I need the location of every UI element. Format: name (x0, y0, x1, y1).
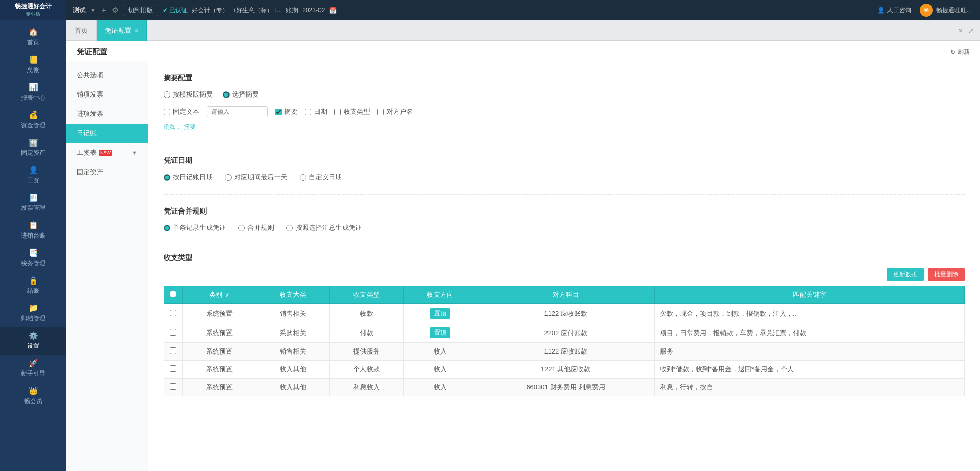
sidebar-item-ledger[interactable]: 📒 总账 (0, 51, 66, 79)
checkbox-type[interactable] (334, 109, 341, 115)
row3-checkbox-cell (164, 343, 183, 361)
th-type: 收支类型 (330, 286, 403, 304)
row2-reset-btn[interactable]: 置顶 (430, 327, 450, 338)
update-data-btn[interactable]: 更新数据 (887, 268, 924, 281)
row3-checkbox[interactable] (170, 347, 176, 354)
row5-type: 利息收入 (330, 379, 403, 396)
row1-reset-btn[interactable]: 置顶 (430, 308, 450, 319)
income-expense-table: 类别 ∨ 收支大类 收支类型 收支方向 对方科目 匹配关键字 (164, 286, 965, 396)
row4-big-type: 收入其他 (256, 361, 330, 379)
checkbox-summary[interactable] (275, 109, 282, 115)
dropdown-arrow-icon[interactable]: ▼ (90, 7, 96, 13)
radio-period-last-label[interactable]: 对应期间最后一天 (225, 173, 287, 182)
nav-item-payroll[interactable]: 工资表 NEW ▼ (66, 143, 148, 162)
radio-select[interactable] (223, 91, 230, 98)
user-name: 畅捷通旺旺... (936, 6, 972, 15)
add-icon[interactable]: ＋ (100, 5, 108, 16)
radio-single-label[interactable]: 单条记录生成凭证 (164, 223, 226, 232)
select-all-checkbox[interactable] (170, 291, 176, 297)
fixed-text-input[interactable] (207, 106, 268, 117)
refresh-icon: ↻ (950, 49, 955, 56)
tab-voucher-config[interactable]: 凭证配置 × (97, 20, 147, 41)
sidebar-item-trade[interactable]: 📋 进销台账 (0, 217, 66, 244)
checkbox-date-label[interactable]: 日期 (305, 107, 327, 116)
radio-period-last[interactable] (225, 174, 232, 181)
merge-rules-section: 凭证合并规则 单条记录生成凭证 合并规则 (164, 207, 965, 232)
batch-delete-btn[interactable]: 批量删除 (928, 268, 965, 281)
sidebar-item-archive[interactable]: 📁 归档管理 (0, 299, 66, 327)
nav-item-public[interactable]: 公共选项 (66, 65, 148, 85)
row4-direction: 收入 (403, 361, 477, 379)
sidebar-item-salary[interactable]: 👤 工资 (0, 161, 66, 189)
checkbox-summary-label[interactable]: 摘要 (275, 107, 298, 116)
table-row: 系统预置 收入其他 个人收款 收入 1221 其他应收款 收到*借款，收到*备用… (164, 361, 965, 379)
refresh-btn[interactable]: ↻ 刷新 (950, 48, 970, 56)
checkbox-date[interactable] (305, 109, 311, 115)
radio-merge[interactable] (238, 225, 245, 231)
summary-radio-group: 按模板版摘要 选择摘要 (164, 90, 965, 99)
checkbox-fixed[interactable] (164, 109, 170, 115)
row4-checkbox[interactable] (170, 365, 176, 372)
service-btn[interactable]: 👤 人工咨询 (877, 6, 911, 15)
sidebar-item-assets[interactable]: 🏢 固定资产 (0, 134, 66, 161)
content-area: 首页 凭证配置 × × ⤢ 凭证配置 ↻ 刷新 (66, 20, 980, 471)
tab-close-icon[interactable]: × (134, 27, 138, 34)
switch-old-btn[interactable]: 切到旧版 (123, 5, 158, 16)
sidebar-item-settings[interactable]: ⚙️ 设置 (0, 327, 66, 355)
user-avatar: 畅 (920, 4, 933, 17)
radio-merge-label[interactable]: 合并规则 (238, 223, 274, 232)
nav-item-fixed-assets[interactable]: 固定资产 (66, 162, 148, 182)
user-area[interactable]: 畅 畅捷通旺旺... (920, 4, 972, 17)
radio-summary[interactable] (286, 225, 293, 231)
sidebar-item-reports[interactable]: 📊 报表中心 (0, 79, 66, 106)
checkbox-fixed-label[interactable]: 固定文本 (164, 107, 199, 116)
row2-subject: 2202 应付账款 (477, 323, 654, 343)
settings-icon[interactable]: ⚙ (112, 6, 119, 15)
nav-item-purchase-invoice[interactable]: 进项发票 (66, 104, 148, 124)
row5-subject: 660301 财务费用 利息费用 (477, 379, 654, 396)
page-title: 凭证配置 (77, 47, 107, 57)
row2-type: 付款 (330, 323, 403, 343)
calendar-icon[interactable]: 📅 (329, 7, 337, 14)
nav-item-sales-invoice[interactable]: 销项发票 (66, 85, 148, 104)
table-row: 系统预置 采购相关 付款 置顶 2202 应付账款 项目，日常费用，报销款，车费… (164, 323, 965, 343)
nav-item-diary[interactable]: 日记账 (66, 124, 148, 143)
checkbox-counterparty-label[interactable]: 对方户名 (377, 107, 413, 116)
row2-checkbox[interactable] (170, 329, 176, 336)
radio-custom-date-label[interactable]: 自定义日期 (300, 173, 342, 182)
sidebar-item-closing[interactable]: 🔒 结账 (0, 272, 66, 299)
window-expand-icon[interactable]: ⤢ (968, 27, 974, 35)
radio-custom-date[interactable] (300, 174, 306, 181)
logo-sub: 专业版 (26, 11, 41, 18)
tab-home[interactable]: 首页 (66, 20, 97, 41)
sidebar-item-guide[interactable]: 🚀 新手引导 (0, 355, 66, 382)
row5-checkbox[interactable] (170, 383, 176, 390)
assets-icon: 🏢 (29, 138, 38, 147)
sidebar-item-invoice[interactable]: 🧾 发票管理 (0, 189, 66, 217)
sidebar-item-home[interactable]: 🏠 首页 (0, 23, 66, 51)
th-big-type: 收支大类 (256, 286, 330, 304)
sidebar-item-member[interactable]: 👑 畅会员 (0, 382, 66, 410)
row2-keywords: 项目，日常费用，报销款，车费，承兑汇票，付款 (654, 323, 964, 343)
sidebar-item-funds[interactable]: 💰 资金管理 (0, 106, 66, 134)
row1-checkbox[interactable] (170, 310, 176, 316)
radio-single[interactable] (164, 225, 170, 231)
radio-template[interactable] (164, 91, 170, 98)
sidebar-item-tax[interactable]: 📑 税务管理 (0, 244, 66, 272)
checkbox-counterparty[interactable] (377, 109, 384, 115)
radio-template-label[interactable]: 按模板版摘要 (164, 90, 213, 99)
page-content: 凭证配置 ↻ 刷新 公共选项 销项发票 进项发票 (66, 41, 980, 471)
trade-icon: 📋 (29, 221, 38, 230)
row1-checkbox-cell (164, 304, 183, 323)
window-close-icon[interactable]: × (959, 27, 963, 35)
checkbox-type-label[interactable]: 收支类型 (334, 107, 370, 116)
row4-checkbox-cell (164, 361, 183, 379)
closing-icon: 🔒 (29, 276, 38, 285)
tab-bar: 首页 凭证配置 × × ⤢ (66, 20, 980, 41)
company-name: 测试 (73, 6, 86, 15)
radio-summary-label[interactable]: 按照选择汇总生成凭证 (286, 223, 362, 232)
radio-diary-date-label[interactable]: 按日记账日期 (164, 173, 213, 182)
radio-select-label[interactable]: 选择摘要 (223, 90, 259, 99)
radio-diary-date[interactable] (164, 174, 170, 181)
row3-type: 提供服务 (330, 343, 403, 361)
